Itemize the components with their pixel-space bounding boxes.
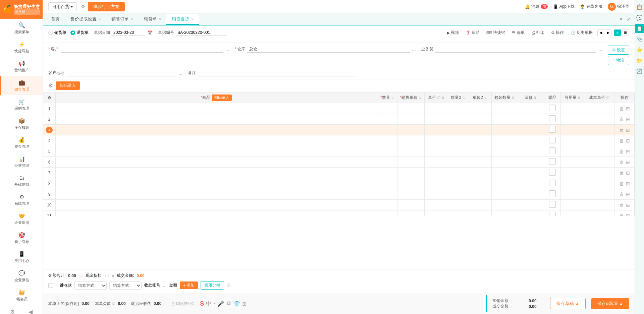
tab-return-close[interactable]: × bbox=[191, 17, 193, 21]
account-dots[interactable]: ... bbox=[163, 283, 166, 288]
unit2-cell-3[interactable] bbox=[468, 125, 491, 135]
one-click-checkbox[interactable] bbox=[48, 283, 53, 288]
qty-cell-3[interactable] bbox=[377, 125, 397, 135]
avail-cell-7[interactable] bbox=[561, 168, 584, 178]
avail-cell-1[interactable] bbox=[561, 103, 584, 114]
cost-cell-1[interactable] bbox=[584, 103, 614, 114]
pkg-cell-5[interactable] bbox=[491, 146, 517, 157]
tab-price-close[interactable]: × bbox=[99, 17, 101, 21]
unit-cell-1[interactable] bbox=[397, 103, 424, 114]
monitor-icon[interactable]: 🖥 bbox=[226, 301, 231, 307]
address-input[interactable] bbox=[66, 69, 176, 76]
salesperson-input[interactable] bbox=[435, 46, 596, 53]
gift-checkbox-10[interactable] bbox=[549, 201, 556, 208]
copy-icon-9[interactable]: ⊞ bbox=[626, 192, 630, 197]
qty-cell-10[interactable] bbox=[377, 200, 397, 210]
cost-cell-9[interactable] bbox=[584, 189, 614, 200]
gift-checkbox-8[interactable] bbox=[549, 180, 556, 186]
unit2-cell-2[interactable] bbox=[468, 114, 491, 125]
gift-cell-9[interactable] bbox=[544, 189, 561, 200]
rightbar-form-icon[interactable]: 📋 bbox=[635, 24, 644, 33]
cost-cell-2[interactable] bbox=[584, 114, 614, 125]
amount-cell-5[interactable] bbox=[517, 146, 544, 157]
unit-cell-10[interactable] bbox=[397, 200, 424, 210]
tab-sales-close[interactable]: × bbox=[159, 17, 161, 21]
avail-cell-4[interactable] bbox=[561, 135, 584, 146]
unit2-cell-9[interactable] bbox=[468, 189, 491, 200]
qty2-cell-11[interactable] bbox=[448, 210, 468, 216]
gift-cell-11[interactable] bbox=[544, 210, 561, 216]
unit-cell-5[interactable] bbox=[397, 146, 424, 157]
delete-icon-5[interactable]: 🗑 bbox=[619, 149, 624, 154]
customer-input[interactable] bbox=[61, 46, 224, 53]
cost-cell-4[interactable] bbox=[584, 135, 614, 146]
pkg-cell-10[interactable] bbox=[491, 200, 517, 210]
tab-fullscreen[interactable]: ⤢ bbox=[625, 16, 632, 22]
sidebar-item-newbie[interactable]: 🎯 新手引导 bbox=[0, 229, 43, 248]
copy-icon-1[interactable]: ⊞ bbox=[626, 106, 630, 111]
qty2-cell-8[interactable] bbox=[448, 178, 468, 189]
help-action[interactable]: ❓ 帮助 bbox=[464, 29, 482, 37]
product-cell-11[interactable] bbox=[56, 210, 377, 216]
user-item[interactable]: 徐 徐泽华 bbox=[608, 3, 629, 11]
sidebar-item-sales[interactable]: 💼 销售管理 bbox=[0, 76, 43, 95]
settings-side-btn[interactable]: ⚙ 设置 bbox=[608, 46, 629, 55]
shirt-icon[interactable]: 👕 bbox=[233, 301, 240, 307]
print-action[interactable]: 🖨 打印 bbox=[529, 29, 546, 37]
logistics-side-btn[interactable]: + 物流 bbox=[608, 56, 629, 65]
cost-cell-8[interactable] bbox=[584, 178, 614, 189]
warehouse-input[interactable] bbox=[247, 46, 410, 53]
pkg-cell-3[interactable] bbox=[491, 125, 517, 135]
unit-cell-9[interactable] bbox=[397, 189, 424, 200]
delete-icon-7[interactable]: 🗑 bbox=[619, 170, 624, 176]
industry-selector[interactable]: 日用百货 ▾ bbox=[48, 2, 77, 11]
avail-cell-5[interactable] bbox=[561, 146, 584, 157]
collapse-icon[interactable]: ◀ bbox=[29, 309, 33, 314]
unit2-cell-6[interactable] bbox=[468, 157, 491, 168]
gift-checkbox-1[interactable] bbox=[549, 105, 556, 111]
shortcut-action[interactable]: ⌨ 快捷键 bbox=[484, 29, 507, 37]
view-form-btn[interactable]: ≡ bbox=[614, 29, 621, 36]
qty-cell-2[interactable] bbox=[377, 114, 397, 125]
amount-cell-8[interactable] bbox=[517, 178, 544, 189]
th-scan-btn[interactable]: 扫码录入 bbox=[212, 95, 232, 101]
delete-icon-1[interactable]: 🗑 bbox=[619, 106, 624, 111]
amount-cell-10[interactable] bbox=[517, 200, 544, 210]
price-cell-2[interactable] bbox=[424, 114, 448, 125]
scan-btn[interactable]: 扫码录入 bbox=[56, 81, 80, 90]
zhong-icon[interactable]: 中 bbox=[206, 300, 211, 307]
rightbar-notes-icon[interactable]: 📋 bbox=[635, 3, 644, 11]
qty2-cell-4[interactable] bbox=[448, 135, 468, 146]
amount-cell-7[interactable] bbox=[517, 168, 544, 178]
qty2-cell-3[interactable] bbox=[448, 125, 468, 135]
qty2-cell-1[interactable] bbox=[448, 103, 468, 114]
pkg-cell-4[interactable] bbox=[491, 135, 517, 146]
price-cell-4[interactable] bbox=[424, 135, 448, 146]
settings-bottom-icon[interactable]: ⚙ bbox=[10, 309, 15, 314]
qty-cell-7[interactable] bbox=[377, 168, 397, 178]
gift-checkbox-6[interactable] bbox=[549, 158, 556, 165]
amount-cell-11[interactable] bbox=[517, 210, 544, 216]
product-cell-1[interactable] bbox=[56, 103, 377, 114]
sidebar-item-wechat[interactable]: 💬 企业微信 bbox=[0, 267, 43, 286]
sidebar-item-member[interactable]: 👑 畅会员 bbox=[0, 286, 43, 305]
warehouse-dots[interactable]: ... bbox=[412, 47, 416, 52]
tab-return[interactable]: 销货退货 × bbox=[166, 14, 199, 25]
unit-cell-2[interactable] bbox=[397, 114, 424, 125]
gift-cell-3[interactable] bbox=[544, 125, 561, 135]
tab-sales[interactable]: 销货单 × bbox=[139, 14, 166, 25]
topbar-gear-icon[interactable]: ⚙ bbox=[81, 4, 85, 10]
price-cell-10[interactable] bbox=[424, 200, 448, 210]
sidebar-item-apps[interactable]: 📱 应用中心 bbox=[0, 248, 43, 267]
price-cell-9[interactable] bbox=[424, 189, 448, 200]
product-cell-3[interactable] bbox=[56, 125, 377, 135]
rightbar-refresh-icon[interactable]: 🔄 bbox=[635, 67, 644, 76]
cost-cell-11[interactable] bbox=[584, 210, 614, 216]
gift-cell-7[interactable] bbox=[544, 168, 561, 178]
sidebar-item-collab[interactable]: 🤝 企业协同 bbox=[0, 209, 43, 229]
radio-sale[interactable]: 销货单 bbox=[48, 30, 66, 36]
avail-cell-2[interactable] bbox=[561, 114, 584, 125]
delete-icon-4[interactable]: 🗑 bbox=[619, 138, 624, 143]
qty2-cell-7[interactable] bbox=[448, 168, 468, 178]
unit2-cell-1[interactable] bbox=[468, 103, 491, 114]
